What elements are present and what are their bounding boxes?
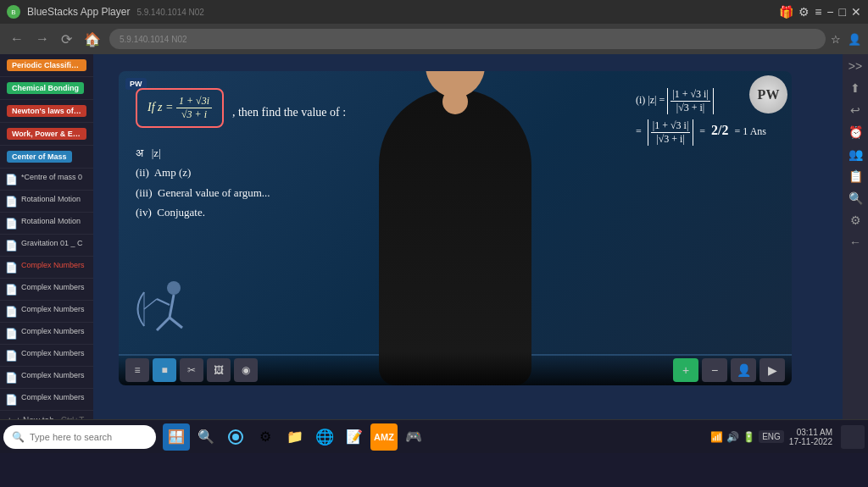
rs-users-icon[interactable]: 👥 (847, 146, 865, 163)
svg-line-3 (157, 318, 170, 330)
search-input[interactable] (30, 432, 131, 442)
rs-zoom-icon[interactable]: 🔍 (847, 190, 865, 207)
sidebar-item-center[interactable]: Center of Mass (0, 146, 93, 169)
file-item-6[interactable]: 📄 Complex Numbers (0, 301, 93, 323)
tool-record-btn[interactable]: ◉ (234, 358, 258, 382)
file-item-5[interactable]: 📄 Complex Numbers (0, 279, 93, 301)
person-figure (337, 71, 574, 385)
title-bar-actions: 🎁 ⚙ ≡ − □ ✕ (779, 5, 861, 19)
menu-icon[interactable]: ≡ (815, 5, 821, 19)
file-item-9[interactable]: 📄 Complex Numbers (0, 367, 93, 389)
sidebar-item-chemical[interactable]: Chemical Bonding (0, 77, 93, 100)
file-icon-1: 📄 (5, 196, 18, 208)
file-item-8[interactable]: 📄 Complex Numbers (0, 345, 93, 367)
taskbar-app-files[interactable]: 📁 (281, 423, 309, 451)
file-icon-3: 📄 (5, 240, 18, 252)
file-icon-9: 📄 (5, 372, 18, 384)
rs-undo-icon[interactable]: ↩ (849, 102, 862, 119)
taskbar-search[interactable]: 🔍 (3, 425, 156, 449)
main-content: Periodic Classificatio Chemical Bonding … (0, 54, 868, 419)
file-label-4: Complex Numbers (21, 261, 85, 269)
minimize-icon[interactable]: − (826, 5, 833, 19)
svg-line-6 (144, 299, 157, 309)
battery-icon[interactable]: 🔋 (743, 431, 755, 443)
add-tab-shortcut: Ctrl+T (61, 416, 85, 420)
app-version: 5.9.140.1014 N02 (136, 8, 204, 17)
taskbar-app-store[interactable]: AMZ (370, 423, 398, 451)
add-tab[interactable]: + + New tab Ctrl+T (0, 411, 93, 419)
play-btn[interactable]: ▶ (760, 358, 785, 382)
svg-line-2 (157, 299, 170, 305)
title-bar: B BlueStacks App Player 5.9.140.1014 N02… (0, 0, 868, 24)
taskbar-app-edge[interactable]: 🌐 (311, 423, 338, 451)
rs-back-icon[interactable]: ← (848, 234, 863, 251)
file-label-10: Complex Numbers (21, 393, 85, 401)
file-icon-7: 📄 (5, 328, 18, 340)
volume-icon[interactable]: 🔊 (726, 431, 739, 443)
rs-clock-icon[interactable]: ⏰ (847, 124, 865, 141)
tool-scissors-btn[interactable]: ✂ (180, 358, 203, 382)
close-icon[interactable]: ✕ (851, 5, 861, 19)
tool-menu-btn[interactable]: ≡ (125, 358, 149, 382)
taskbar-app-settings[interactable]: ⚙ (252, 423, 279, 451)
sidebar-item-work[interactable]: Work, Power & Ener (0, 123, 93, 146)
taskbar-app-windows[interactable]: 🪟 (163, 423, 190, 451)
url-bar[interactable]: 5.9.140.1014 N02 (109, 29, 826, 49)
file-item-10[interactable]: 📄 Complex Numbers (0, 389, 93, 411)
file-label-5: Complex Numbers (21, 283, 85, 291)
clock-time: 03:11 AM (797, 428, 832, 437)
file-label-6: Complex Numbers (21, 305, 85, 313)
rs-settings-icon[interactable]: ⚙ (849, 212, 863, 229)
file-item-4[interactable]: 📄 Complex Numbers (0, 257, 93, 279)
profile-icon[interactable]: 👤 (848, 33, 861, 46)
clock[interactable]: 03:11 AM 17-11-2022 (789, 428, 832, 446)
maximize-icon[interactable]: □ (839, 5, 846, 19)
add-tab-text: + New tab (15, 416, 53, 420)
file-item-0[interactable]: 📄 *Centre of mass 0 (0, 169, 93, 191)
file-label-2: Rotational Motion (21, 217, 81, 225)
app-title: BlueStacks App Player (27, 6, 130, 18)
clock-date: 17-11-2022 (789, 437, 832, 446)
add-btn[interactable]: + (673, 358, 698, 382)
refresh-button[interactable]: ⟳ (58, 30, 75, 49)
network-icon[interactable]: 📶 (710, 431, 723, 443)
gift-icon[interactable]: 🎁 (779, 5, 793, 19)
file-item-2[interactable]: 📄 Rotational Motion (0, 213, 93, 235)
show-desktop-btn[interactable] (841, 425, 865, 449)
sidebar-item-newton[interactable]: Newton's laws of M (0, 100, 93, 123)
taskbar-app-bluestacks[interactable]: 🎮 (400, 423, 427, 451)
svg-line-4 (170, 318, 182, 328)
tool-image-btn[interactable]: 🖼 (207, 358, 231, 382)
file-item-1[interactable]: 📄 Rotational Motion (0, 191, 93, 213)
taskbar-apps: 🪟 🔍 ⚙ 📁 🌐 📝 AMZ 🎮 (163, 423, 427, 451)
rs-clipboard-icon[interactable]: 📋 (847, 168, 865, 185)
search-icon: 🔍 (12, 431, 25, 443)
back-button[interactable]: ← (7, 30, 27, 48)
video-right-controls: + − 👤 ▶ (673, 358, 785, 382)
taskbar-app-search[interactable]: 🔍 (192, 423, 220, 451)
svg-point-0 (167, 281, 181, 295)
svg-point-8 (232, 434, 239, 440)
rs-upload-icon[interactable]: ⬆ (849, 80, 862, 97)
taskbar-app-notepad[interactable]: 📝 (341, 423, 368, 451)
add-tab-label: + (7, 415, 12, 419)
right-sidebar: >> ⬆ ↩ ⏰ 👥 📋 🔍 ⚙ ← (843, 54, 868, 419)
tool-screen-btn[interactable]: ■ (153, 358, 176, 382)
profile-ctrl-btn[interactable]: 👤 (731, 358, 756, 382)
file-icon-4: 📄 (5, 262, 18, 274)
forward-button[interactable]: → (32, 30, 53, 48)
tag-center: Center of Mass (7, 151, 72, 163)
home-button[interactable]: 🏠 (81, 30, 104, 49)
tag-newton: Newton's laws of M (7, 105, 86, 117)
settings-icon[interactable]: ⚙ (798, 5, 810, 19)
file-label-1: Rotational Motion (21, 195, 81, 203)
subtract-btn[interactable]: − (702, 358, 727, 382)
taskbar-app-cortana[interactable] (222, 423, 249, 451)
blackboard: PW If z = 1 + √3i √3 + i (119, 71, 792, 385)
rs-expand-icon[interactable]: >> (847, 58, 864, 75)
bookmark-icon[interactable]: ☆ (831, 33, 841, 46)
sidebar-item-periodic[interactable]: Periodic Classificatio (0, 54, 93, 77)
file-item-3[interactable]: 📄 Gravitation 01 _ C (0, 235, 93, 257)
file-item-7[interactable]: 📄 Complex Numbers (0, 323, 93, 345)
language-badge[interactable]: ENG (759, 430, 784, 443)
